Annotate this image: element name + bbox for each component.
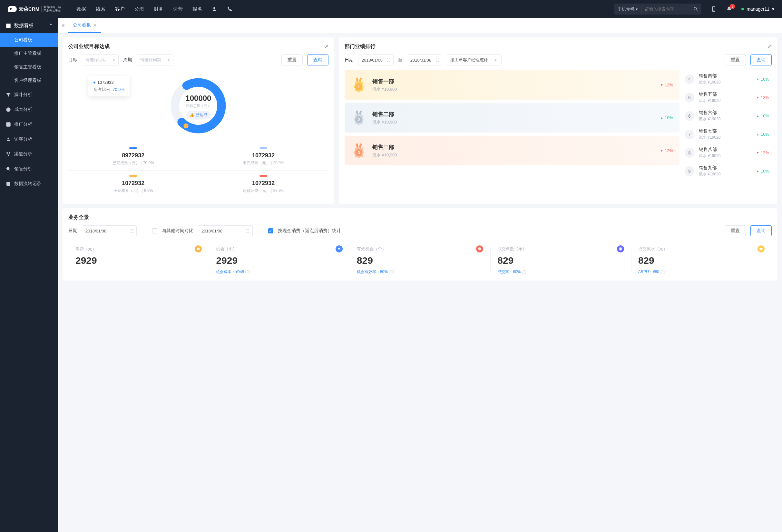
query-button[interactable]: 查询 — [750, 225, 772, 236]
rank-top-item[interactable]: 2销售二部流水 ¥10,900▲10% — [345, 103, 679, 133]
close-icon[interactable]: ✕ — [94, 23, 97, 27]
topnav-item[interactable]: 财务 — [154, 6, 164, 12]
query-button[interactable]: 查询 — [750, 55, 772, 66]
biz-sub: ARPU：¥80 ? — [638, 269, 765, 275]
mobile-icon[interactable] — [710, 6, 717, 12]
sidebar-item[interactable]: 客户经理看板 — [0, 74, 58, 87]
biz-cell: 成交流水（元）829ARPU：¥80 ? — [631, 245, 772, 275]
date-to-input[interactable]: 2018/01/08☷ — [407, 55, 442, 66]
logo[interactable]: 云朵CRM 教育机构一站式服务云平台 — [8, 6, 61, 12]
sidebar-link[interactable]: 销售分析 — [0, 162, 58, 176]
search-input[interactable] — [641, 7, 690, 11]
arrow-icon: ▼ — [756, 96, 759, 99]
person-icon[interactable] — [211, 6, 218, 12]
rank-top-item[interactable]: 1销售一部流水 ¥10,900▼12% — [345, 70, 679, 100]
biz-cell: 消费（元）2929 — [68, 245, 209, 275]
search-icon — [6, 166, 11, 172]
tab-company-dashboard[interactable]: 公司看板 ✕ — [68, 18, 101, 33]
svg-point-11 — [9, 152, 10, 153]
svg-point-2 — [713, 11, 714, 11]
rank-list-row[interactable]: 5销售五部流水 ¥19020▼12% — [685, 88, 772, 107]
tab-label: 公司看板 — [73, 22, 91, 28]
rank-list-row[interactable]: 6销售六部流水 ¥19020▲10% — [685, 107, 772, 125]
doc-icon — [617, 245, 624, 252]
stat-checkbox[interactable]: ✓ — [268, 228, 273, 234]
sidebar-item[interactable]: 销售主管看板 — [0, 60, 58, 74]
sidebar-link[interactable]: 推广分析 — [0, 117, 58, 132]
rank-top-item[interactable]: 3销售三部流水 ¥10,900▼12% — [345, 136, 679, 166]
metric-bar-icon — [259, 147, 267, 149]
sidebar-item[interactable]: 公司看板 — [0, 33, 58, 47]
metric-bar-icon — [259, 175, 267, 177]
query-button[interactable]: 查询 — [307, 55, 328, 66]
topbar: 云朵CRM 教育机构一站式服务云平台 数据线索客户公海财务运营报名 手机号码▾ … — [0, 0, 782, 18]
help-icon[interactable]: ? — [245, 270, 250, 274]
medal-icon: 3 — [351, 143, 366, 158]
search-type-select[interactable]: 手机号码▾ — [614, 4, 641, 14]
metric-cell: 8972932已完成量（元）|70.9% — [68, 143, 198, 171]
date-input-2[interactable]: 2018/01/08☷ — [198, 225, 253, 236]
head-icon — [6, 137, 11, 142]
reset-button[interactable]: 重置 — [724, 55, 746, 66]
svg-rect-4 — [9, 24, 10, 26]
metric-cell: 1072932超额完成（元）|89.9% — [198, 171, 328, 198]
select-target[interactable]: 请选择目标▾ — [82, 55, 119, 66]
phone-icon[interactable] — [226, 6, 233, 12]
sidebar-link[interactable]: 数据流转记录 — [0, 176, 58, 191]
sidebar-link[interactable]: 漏斗分析 — [0, 87, 58, 102]
expand-icon[interactable]: ⤢ — [324, 43, 328, 50]
notification-bell[interactable]: 5 — [726, 6, 732, 12]
select-period[interactable]: 请选择周期▾ — [137, 55, 173, 66]
card-rank-title: 部门业绩排行 — [345, 43, 376, 50]
reached-badge: 👍 已达成 — [186, 111, 211, 119]
select-stat-by[interactable]: 按工单客户经理统计▾ — [447, 55, 502, 66]
search-button[interactable] — [690, 4, 702, 14]
rank-list-row[interactable]: 4销售四部流水 ¥19020▲10% — [685, 70, 772, 88]
arrow-icon: ▼ — [660, 83, 663, 87]
expand-icon[interactable]: ⤢ — [768, 43, 772, 50]
svg-rect-6 — [9, 26, 10, 27]
topnav-item[interactable]: 运营 — [173, 6, 183, 12]
topnav-item[interactable]: 客户 — [115, 6, 125, 12]
topnav-item[interactable]: 线索 — [96, 6, 105, 12]
logo-mark-icon — [8, 6, 17, 12]
compare-label: 与其他时间对比 — [162, 228, 193, 234]
svg-point-17 — [184, 123, 188, 128]
rank-number: 6 — [685, 111, 694, 121]
sidebar-link[interactable]: 成本分析 — [0, 102, 58, 117]
compare-checkbox[interactable] — [152, 228, 157, 234]
help-icon[interactable]: ? — [522, 270, 526, 274]
topnav-item[interactable]: 数据 — [76, 6, 86, 12]
rank-number: 8 — [685, 148, 694, 158]
reset-button[interactable]: 重置 — [724, 225, 746, 236]
sidebar-link[interactable]: 访客分析 — [0, 132, 58, 147]
help-icon[interactable]: ? — [661, 270, 665, 274]
rank-list-row[interactable]: 7销售七部流水 ¥19020▲10% — [685, 125, 772, 143]
rank-number: 5 — [685, 93, 694, 103]
funnel-icon — [6, 92, 11, 97]
help-icon[interactable]: ? — [389, 270, 394, 274]
date-input-1[interactable]: 2018/01/08☷ — [82, 225, 137, 236]
rank-list-row[interactable]: 8销售八部流水 ¥19020▼12% — [685, 143, 772, 162]
top-navigation: 数据线索客户公海财务运营报名 — [76, 6, 202, 12]
biz-cell: 机会（个）2929机会成本：¥948 ? — [209, 245, 349, 275]
sidebar-group-dashboards[interactable]: 数据看板 ˄ — [0, 18, 58, 33]
percent-change: ▼12% — [660, 82, 673, 87]
sidebar-link[interactable]: 渠道分析 — [0, 147, 58, 162]
rank-list-row[interactable]: 9销售九部流水 ¥19020▲10% — [685, 162, 772, 180]
chevron-down-icon: ▾ — [636, 7, 638, 11]
user-menu[interactable]: manager11 ▾ — [741, 6, 774, 11]
topnav-item[interactable]: 报名 — [192, 6, 202, 12]
svg-point-9 — [8, 138, 9, 139]
card-goals-title: 公司业绩目标达成 — [68, 43, 110, 50]
edit-icon — [6, 122, 11, 127]
date-from-input[interactable]: 2018/01/08☷ — [358, 55, 394, 66]
topnav-item[interactable]: 公海 — [134, 6, 144, 12]
card-icon — [757, 245, 765, 252]
reset-button[interactable]: 重置 — [281, 55, 303, 66]
hamburger-icon[interactable]: ≡ — [62, 23, 65, 28]
percent-change: ▲10% — [756, 113, 769, 118]
sidebar-item[interactable]: 推广主管看板 — [0, 47, 58, 60]
chevron-down-icon: ▾ — [772, 6, 774, 11]
calendar-icon: ☷ — [435, 58, 439, 63]
